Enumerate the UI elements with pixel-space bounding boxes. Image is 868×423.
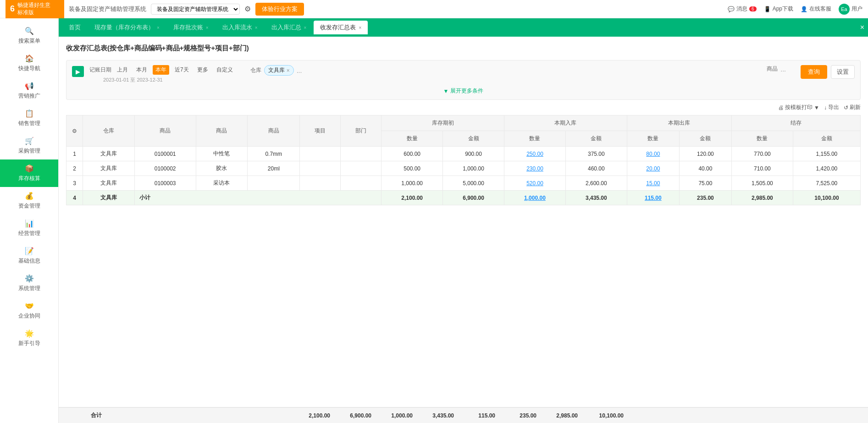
sidebar-label-purchase: 采购管理 (18, 147, 40, 155)
sidebar-item-search[interactable]: 🔍 搜索菜单 (0, 22, 58, 49)
query-btn[interactable]: 查询 (801, 65, 827, 79)
sidebar: 🔍 搜索菜单 🏠 快捷导航 📢 营销推广 📋 销售管理 🛒 采购管理 📦 (0, 18, 59, 423)
sidebar-item-system[interactable]: ⚙️ 系统管理 (0, 269, 58, 297)
system-select[interactable]: 装备及固定资产辅助管理系统 (151, 4, 240, 15)
tab-batch-label: 库存批次账 (173, 23, 203, 32)
warehouse-tag[interactable]: 文具库 × (264, 65, 294, 76)
sidebar-item-sales[interactable]: 📋 销售管理 (0, 104, 58, 132)
cell-spec-1: 0.7mm (248, 147, 300, 161)
sidebar-item-basic[interactable]: 📝 基础信息 (0, 242, 58, 269)
tab-recv-send-close[interactable]: × (359, 25, 361, 30)
sidebar-item-enterprise[interactable]: 🤝 企业协同 (0, 297, 58, 324)
cell-open-amt-3: 5,000.00 (443, 176, 504, 191)
tab-stock-dist-close[interactable]: × (157, 25, 160, 30)
cell-out-qty-2[interactable]: 20.00 (627, 161, 679, 176)
date-filter-label: 记账日期 (89, 66, 111, 74)
sidebar-label-inventory: 库存核算 (18, 175, 40, 182)
service-icon: 👤 (801, 6, 807, 12)
filter-action-btns: 查询 设置 (801, 65, 855, 79)
cell-subtotal-out-amt: 235.00 (679, 191, 731, 205)
sidebar-item-guide[interactable]: 🌟 新手引导 (0, 324, 58, 352)
filter-expand-btn[interactable]: ▶ (72, 66, 84, 77)
tab-batch[interactable]: 库存批次账 × (167, 21, 215, 34)
goods-more-btn[interactable]: ... (780, 66, 786, 73)
app-download-label: App下载 (773, 5, 793, 13)
cell-in-qty-1[interactable]: 250.00 (504, 147, 566, 161)
th-open-qty: 数量 (381, 131, 443, 147)
setting-btn[interactable]: 设置 (831, 65, 855, 79)
cell-subtotal-in-amt: 3,435.00 (565, 191, 627, 205)
export-btn[interactable]: ↓ 导出 (824, 104, 839, 111)
cell-in-qty-3[interactable]: 520.00 (504, 176, 566, 191)
th-settings[interactable]: ⚙ (66, 115, 83, 147)
date-btn-last-month[interactable]: 上月 (114, 65, 131, 75)
expand-more-btn[interactable]: ▼ 展开更多条件 (443, 87, 484, 95)
cell-in-amt-1: 375.00 (565, 147, 627, 161)
tab-flow[interactable]: 出入库流水 × (216, 21, 264, 34)
sidebar-label-operation: 经营管理 (18, 230, 40, 237)
date-btn-custom[interactable]: 自定义 (214, 65, 236, 75)
app-download-item[interactable]: 📱 App下载 (764, 5, 793, 13)
sidebar-item-finance[interactable]: 💰 资金管理 (0, 187, 58, 214)
sidebar-label-marketing: 营销推广 (18, 92, 40, 100)
footer-in-qty: 1,000.00 (376, 412, 417, 419)
cell-spec-3 (248, 176, 300, 191)
print-btn[interactable]: 🖨 按模板打印 ▼ (778, 104, 819, 111)
tab-summary-inout[interactable]: 出入库汇总 × (265, 21, 313, 34)
print-chevron-icon: ▼ (814, 104, 819, 111)
th-goods-spec: 商品 (248, 115, 300, 147)
sidebar-label-basic: 基础信息 (18, 257, 40, 265)
warehouse-tag-close[interactable]: × (287, 67, 290, 74)
cell-no-3: 3 (66, 176, 83, 191)
cell-subtotal-warehouse: 文具库 (83, 191, 135, 205)
online-service-item[interactable]: 👤 在线客服 (801, 5, 831, 13)
tab-recv-send[interactable]: 收发存汇总表 × (314, 21, 368, 34)
sales-icon: 📋 (25, 109, 34, 118)
cell-bal-amt-1: 1,155.00 (793, 147, 860, 161)
message-item[interactable]: 💬 消息 6 (728, 5, 757, 13)
purchase-icon: 🛒 (25, 137, 34, 145)
cell-spec-2: 20ml (248, 161, 300, 176)
marketing-icon: 📢 (25, 82, 34, 90)
mobile-icon: 📱 (764, 6, 771, 12)
sidebar-label-guide: 新手引导 (18, 340, 40, 347)
tab-recv-send-label: 收发存汇总表 (320, 23, 356, 32)
th-open-amt: 金额 (443, 131, 504, 147)
date-btn-more[interactable]: 更多 (194, 65, 211, 75)
date-btn-this-year[interactable]: 本年 (153, 65, 169, 75)
sidebar-item-purchase[interactable]: 🛒 采购管理 (0, 132, 58, 159)
logo-line2: 标准版 (17, 9, 50, 16)
tab-close-all[interactable]: × (860, 23, 864, 32)
th-goods-name: 商品 (196, 115, 248, 147)
cell-out-qty-1[interactable]: 80.00 (627, 147, 679, 161)
footer-bal-qty: 2,985.00 (541, 412, 582, 419)
sidebar-label-quick: 快捷导航 (18, 65, 40, 72)
cell-dept-2 (341, 161, 381, 176)
refresh-btn[interactable]: ↺ 刷新 (844, 104, 861, 111)
date-btn-7days[interactable]: 近7天 (172, 65, 192, 75)
goods-filter: 商品 ... (767, 65, 786, 73)
sidebar-item-operation[interactable]: 📊 经营管理 (0, 214, 58, 242)
user-item[interactable]: Ea 用户 (839, 4, 862, 15)
expand-arrow-icon: ▼ (443, 88, 449, 94)
home-icon: 🏠 (25, 54, 34, 63)
footer-open-amt: 6,900.00 (335, 412, 376, 419)
tab-summary-inout-close[interactable]: × (304, 25, 307, 30)
cell-out-qty-3[interactable]: 15.00 (627, 176, 679, 191)
tab-home[interactable]: 首页 (62, 21, 87, 34)
footer-open-qty: 2,100.00 (293, 412, 335, 419)
sidebar-item-marketing[interactable]: 📢 营销推广 (0, 77, 58, 104)
cell-name-3: 采访本 (196, 176, 248, 191)
date-btn-this-month[interactable]: 本月 (133, 65, 150, 75)
tab-batch-close[interactable]: × (206, 25, 209, 30)
experience-btn[interactable]: 体验行业方案 (255, 3, 304, 16)
settings-icon[interactable]: ⚙ (244, 5, 251, 13)
cell-in-qty-2[interactable]: 230.00 (504, 161, 566, 176)
footer-out-amt: 235.00 (500, 412, 541, 419)
sidebar-item-quick[interactable]: 🏠 快捷导航 (0, 49, 58, 77)
sidebar-item-inventory[interactable]: 📦 库存核算 (0, 159, 58, 187)
message-icon: 💬 (728, 6, 735, 12)
tab-stock-dist[interactable]: 现存量（库存分布表） × (88, 21, 166, 34)
warehouse-more-btn[interactable]: ... (297, 67, 302, 74)
tab-flow-close[interactable]: × (255, 25, 258, 30)
